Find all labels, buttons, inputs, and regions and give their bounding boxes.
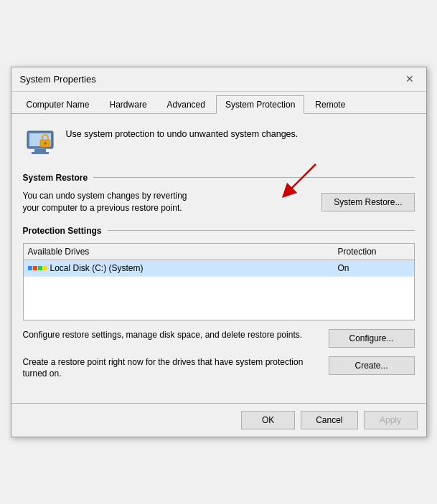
- configure-button[interactable]: Configure...: [329, 329, 415, 348]
- drive-icon: [28, 266, 47, 270]
- system-restore-header: System Restore: [23, 173, 415, 183]
- footer-buttons: OK Cancel Apply: [11, 403, 426, 437]
- table-empty-space: [24, 277, 414, 320]
- system-restore-description: You can undo system changes by reverting…: [23, 190, 314, 214]
- title-bar: System Properties ✕: [11, 67, 426, 92]
- configure-description: Configure restore settings, manage disk …: [23, 329, 320, 341]
- system-restore-button[interactable]: System Restore...: [321, 193, 414, 211]
- tab-computer-name[interactable]: Computer Name: [17, 95, 99, 114]
- protection-settings-section: Protection Settings Available Drives Pro…: [23, 226, 415, 381]
- create-button[interactable]: Create...: [329, 356, 415, 375]
- apply-button[interactable]: Apply: [364, 411, 418, 429]
- system-restore-section: System Restore You can undo system chang…: [23, 173, 415, 214]
- drives-table: Available Drives Protection Local Disk (…: [23, 243, 415, 320]
- configure-row: Configure restore settings, manage disk …: [23, 329, 415, 348]
- info-section: Use system protection to undo unwanted s…: [23, 125, 415, 160]
- svg-rect-3: [32, 152, 49, 154]
- create-row: Create a restore point right now for the…: [23, 356, 415, 381]
- protection-icon: [23, 125, 57, 160]
- info-svg-icon: [23, 125, 57, 160]
- ok-button[interactable]: OK: [241, 411, 295, 429]
- table-row[interactable]: Local Disk (C:) (System) On: [24, 260, 414, 277]
- drive-name: Local Disk (C:) (System): [28, 263, 338, 273]
- tab-content: Use system protection to undo unwanted s…: [11, 114, 426, 403]
- tab-system-protection[interactable]: System Protection: [216, 95, 304, 114]
- tabs-bar: Computer Name Hardware Advanced System P…: [11, 92, 426, 114]
- svg-point-5: [44, 142, 47, 145]
- create-description: Create a restore point right now for the…: [23, 356, 320, 381]
- svg-rect-2: [34, 149, 46, 152]
- drive-protection-status: On: [338, 263, 410, 273]
- protection-settings-header: Protection Settings: [23, 226, 415, 236]
- cancel-button[interactable]: Cancel: [301, 411, 357, 429]
- table-header: Available Drives Protection: [24, 244, 414, 260]
- col-protection: Protection: [338, 247, 410, 257]
- tab-remote[interactable]: Remote: [306, 95, 354, 114]
- system-restore-row: You can undo system changes by reverting…: [23, 190, 415, 214]
- dialog-title: System Properties: [20, 74, 96, 85]
- close-button[interactable]: ✕: [402, 71, 418, 87]
- title-controls: ✕: [402, 71, 418, 87]
- tab-advanced[interactable]: Advanced: [158, 95, 215, 114]
- col-drives: Available Drives: [28, 247, 338, 257]
- tab-hardware[interactable]: Hardware: [100, 95, 156, 114]
- system-properties-dialog: System Properties ✕ Computer Name Hardwa…: [11, 67, 427, 437]
- info-text: Use system protection to undo unwanted s…: [66, 125, 299, 141]
